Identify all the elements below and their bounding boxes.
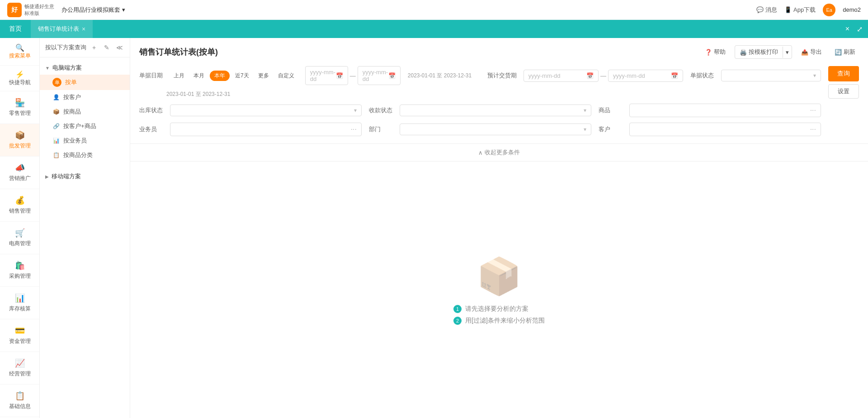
username-label: demo2 [843, 6, 861, 13]
ship-status-label: 出库状态 [139, 106, 166, 114]
print-button[interactable]: 🖨️ 按模板打印 [735, 46, 783, 58]
sidebar-item-wholesale[interactable]: 📦 批发管理 [0, 124, 39, 157]
sidebar-item-business[interactable]: 📈 经营管理 [0, 352, 39, 385]
empty-illustration: 📦 [476, 255, 522, 298]
query-button[interactable]: 查询 [828, 66, 859, 81]
this-month-btn[interactable]: 本月 [190, 71, 208, 81]
tree-item-by-customer-product[interactable]: 🔗 按客户+商品 [40, 119, 130, 133]
department-select[interactable]: ▾ [400, 124, 591, 135]
top-bar: 好 畅捷通好生意 标准版 办公用品行业模拟账套 ▾ 💬 消息 📱 App下载 E… [0, 0, 868, 20]
avatar[interactable]: Ea [823, 4, 835, 16]
left-panel-actions: + ✎ ≪ [89, 43, 124, 52]
salesperson-more-icon[interactable]: ··· [351, 125, 357, 133]
date-end-input[interactable]: yyyy-mm-dd 📅 [358, 66, 401, 85]
app-selector[interactable]: 办公用品行业模拟账套 ▾ [58, 4, 129, 16]
sidebar-item-purchase[interactable]: 🛍️ 采购管理 [0, 254, 39, 287]
date-label: 单据日期 [139, 71, 166, 80]
expected-date-end[interactable]: yyyy-mm-dd 📅 [608, 70, 683, 82]
basic-icon: 📋 [4, 391, 36, 401]
logo-area: 好 畅捷通好生意 标准版 [7, 3, 54, 17]
calendar-start-icon: 📅 [336, 72, 343, 79]
tree-section-pc: ▼ 电脑端方案 单 按单 👤 按客户 📦 按商品 🔗 按客户+商品 [40, 57, 130, 166]
tree-item-by-customer[interactable]: 👤 按客户 [40, 90, 130, 104]
logo-icon: 好 [7, 3, 22, 17]
sidebar-search[interactable]: 🔍 搜索菜单 [0, 38, 39, 66]
tree-parent-mobile[interactable]: ▶ 移动端方案 [40, 170, 130, 183]
payment-status-field: 收款状态 ▾ [369, 104, 591, 116]
tab-active[interactable]: 销售订单统计表 × [31, 20, 93, 38]
sidebar-item-basic[interactable]: 📋 基础信息 [0, 385, 39, 417]
right-panel: 销售订单统计表(按单) ❓ 帮助 🖨️ 按模板打印 ▾ [130, 38, 868, 418]
sidebar-item-sales[interactable]: 💰 销售管理 [0, 189, 39, 222]
collapse-button[interactable]: ∧ 收起更多条件 [478, 148, 520, 157]
last-7days-btn[interactable]: 近7天 [231, 71, 253, 81]
app-download-button[interactable]: 📱 App下载 [784, 6, 816, 14]
tree-item-by-order[interactable]: 单 按单 [40, 75, 130, 90]
form-row-2: 出库状态 ▾ 收款状态 ▾ [139, 104, 821, 117]
tree-item-by-salesperson[interactable]: 📊 按业务员 [40, 133, 130, 148]
tree-parent-pc[interactable]: ▼ 电脑端方案 [40, 61, 130, 75]
tab-maximize-button[interactable]: ⤢ [855, 23, 864, 35]
calendar-expected-end-icon: 📅 [671, 72, 678, 79]
form-row-1: 单据日期 上月 本月 本年 近7天 更多 自定义 [139, 66, 821, 85]
payment-status-select[interactable]: ▾ [400, 104, 591, 116]
sales-icon: 💰 [4, 195, 36, 205]
tip-num-1: 1 [453, 305, 462, 313]
tab-close-icon[interactable]: × [82, 25, 85, 33]
print-icon: 🖨️ [740, 49, 747, 56]
tree-expand-icon: ▼ [45, 66, 50, 71]
sidebar-item-inventory[interactable]: 📊 库存核算 [0, 287, 39, 319]
form-fields: 单据日期 上月 本月 本年 近7天 更多 自定义 [139, 66, 821, 136]
help-button[interactable]: ❓ 帮助 [701, 46, 729, 58]
message-button[interactable]: 💬 消息 [756, 6, 777, 14]
salesperson-label: 业务员 [139, 125, 166, 133]
date-shortcuts: 上月 本月 本年 近7天 更多 自定义 [170, 71, 298, 81]
tab-home[interactable]: 首页 [0, 20, 31, 38]
sidebar-item-retail[interactable]: 🏪 零售管理 [0, 91, 39, 124]
empty-tip-2: 2 用[过滤]条件来缩小分析范围 [453, 317, 545, 325]
empty-tips: 1 请先选择要分析的方案 2 用[过滤]条件来缩小分析范围 [453, 305, 545, 325]
sidebar-item-ecommerce[interactable]: 🛒 电商管理 [0, 222, 39, 254]
collapse-panel-button[interactable]: ≪ [114, 43, 124, 52]
customer-select[interactable]: ··· [629, 123, 821, 136]
more-btn[interactable]: 更多 [255, 71, 273, 81]
sidebar-item-marketing[interactable]: 📣 营销推广 [0, 157, 39, 189]
export-button[interactable]: 📤 导出 [797, 46, 826, 58]
settings-button[interactable]: 设置 [828, 84, 859, 99]
collapse-row: ∧ 收起更多条件 [130, 144, 868, 162]
customer-more-icon[interactable]: ··· [810, 125, 816, 133]
refresh-button[interactable]: 🔄 刷新 [831, 46, 859, 58]
last-month-btn[interactable]: 上月 [170, 71, 188, 81]
payment-status-dropdown-icon: ▾ [584, 107, 586, 114]
salesperson-select[interactable]: ··· [170, 123, 362, 136]
marketing-icon: 📣 [4, 163, 36, 173]
tab-minimize-button[interactable]: × [844, 23, 851, 35]
add-scheme-button[interactable]: + [89, 43, 99, 52]
purchase-icon: 🛍️ [4, 261, 36, 271]
date-start-input[interactable]: yyyy-mm-dd 📅 [305, 66, 348, 85]
ship-status-select[interactable]: ▾ [170, 104, 362, 116]
tree-section-mobile: ▶ 移动端方案 [40, 166, 130, 187]
retail-icon: 🏪 [4, 98, 36, 108]
expected-date-start[interactable]: yyyy-mm-dd 📅 [524, 70, 599, 82]
sidebar-item-finance[interactable]: 💳 资金管理 [0, 319, 39, 352]
doc-status-dropdown-icon: ▾ [813, 72, 816, 79]
customer-label: 客户 [599, 125, 626, 133]
custom-btn[interactable]: 自定义 [274, 71, 298, 81]
wholesale-icon: 📦 [4, 130, 36, 140]
print-dropdown-button[interactable]: ▾ [783, 47, 792, 58]
product-more-icon[interactable]: ··· [810, 106, 816, 114]
department-label: 部门 [369, 125, 396, 133]
logo-text: 畅捷通好生意 标准版 [24, 3, 54, 16]
product-select[interactable]: ··· [629, 104, 821, 117]
edit-scheme-button[interactable]: ✎ [102, 43, 112, 52]
content-area: 按以下方案查询 + ✎ ≪ ▼ 电脑端方案 单 按单 👤 按客户 [40, 38, 868, 418]
product-field: 商品 ··· [599, 104, 821, 117]
sidebar: 🔍 搜索菜单 ⚡ 快捷导航 🏪 零售管理 📦 批发管理 📣 营销推广 💰 销售管… [0, 38, 40, 418]
tree-item-by-product[interactable]: 📦 按商品 [40, 104, 130, 119]
this-year-btn[interactable]: 本年 [210, 71, 230, 81]
tree-item-by-category[interactable]: 📋 按商品分类 [40, 148, 130, 162]
doc-status-select[interactable]: ▾ [721, 70, 821, 81]
sidebar-nav[interactable]: ⚡ 快捷导航 [0, 66, 39, 91]
tab-bar: 首页 销售订单统计表 × × ⤢ [0, 20, 868, 38]
